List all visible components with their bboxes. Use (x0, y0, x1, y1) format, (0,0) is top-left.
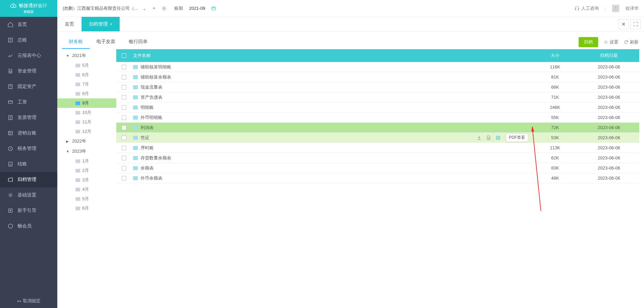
nav-item-6[interactable]: 发票管理 (0, 110, 57, 125)
select-all-checkbox[interactable] (122, 53, 126, 58)
table-row[interactable]: 资产负债表71K2023-06-06 (116, 92, 639, 102)
tree-month[interactable]: 6月 (57, 204, 116, 213)
month-label: 4月 (82, 186, 89, 192)
nav-item-3[interactable]: 资金管理 (0, 63, 57, 79)
nav-icon (7, 223, 13, 229)
settings-link[interactable]: 设置 (604, 39, 618, 45)
tree-month[interactable]: 11月 (57, 117, 116, 127)
table-row[interactable]: 利润表72K2023-06-06 (116, 123, 639, 133)
file-icon (133, 166, 138, 170)
calendar-icon[interactable] (211, 6, 216, 11)
tree-month[interactable]: 5月 (57, 61, 116, 70)
row-checkbox[interactable] (122, 156, 126, 160)
nav-item-7[interactable]: 进销台账 (0, 125, 57, 141)
tree-month[interactable]: 4月 (57, 185, 116, 194)
refresh-link[interactable]: 刷新 (624, 39, 639, 45)
tree-month[interactable]: 9月 (57, 98, 116, 108)
tree-month[interactable]: 12月 (57, 127, 116, 136)
tree-month[interactable]: 3月 (57, 175, 116, 185)
headset-icon (574, 6, 580, 11)
refresh-icon (624, 40, 628, 44)
tree-year[interactable]: ▼2023年 (57, 146, 116, 156)
nav-item-12[interactable]: 新手引导 (0, 203, 57, 218)
row-checkbox[interactable] (122, 65, 126, 69)
period-value[interactable]: 2021-09 (189, 6, 205, 11)
file-size: 246K (531, 105, 579, 110)
tab-archive-label: 归档管理 (89, 21, 108, 27)
tree-month[interactable]: 6月 (57, 70, 116, 80)
table-row[interactable]: 凭证53K2023-06-06PDF查看 (116, 133, 639, 143)
row-checkbox[interactable] (122, 115, 126, 120)
row-checkbox[interactable] (122, 75, 126, 80)
nav-item-4[interactable]: 固定资产 (0, 79, 57, 94)
row-checkbox[interactable] (122, 125, 126, 130)
row-checkbox[interactable] (122, 176, 126, 181)
row-checkbox[interactable] (122, 105, 126, 110)
nav-icon (7, 68, 13, 74)
tree-month[interactable]: 7月 (57, 80, 116, 89)
file-icon (133, 105, 138, 110)
tree-month[interactable]: 5月 (57, 194, 116, 204)
month-label: 2月 (82, 167, 89, 174)
tab-home-label: 首页 (65, 21, 74, 27)
avatar-icon[interactable] (612, 5, 619, 12)
month-label: 6月 (82, 205, 89, 211)
table-row[interactable]: 现金流量表66K2023-06-06 (116, 82, 639, 92)
col-header-size: 大小 (531, 53, 579, 59)
pdf-view-icon[interactable] (495, 135, 501, 141)
nav-item-2[interactable]: 云报表中心 (0, 48, 57, 63)
support-link[interactable]: 人工咨询 (574, 5, 599, 11)
nav-label: 畅会员 (18, 223, 32, 229)
download-icon[interactable] (476, 135, 482, 141)
row-checkbox[interactable] (122, 146, 126, 150)
nav-item-10[interactable]: 归档管理 (0, 172, 57, 187)
tree-year[interactable]: ▼2021年 (57, 51, 116, 61)
row-checkbox[interactable] (122, 166, 126, 171)
nav-item-5[interactable]: 工资 (0, 94, 57, 110)
subtab-bankreceipt[interactable]: 银行回单 (122, 35, 154, 49)
nav-item-9[interactable]: 结账 (0, 156, 57, 172)
tab-home[interactable]: 首页 (57, 17, 82, 31)
nav-item-1[interactable]: 总账 (0, 32, 57, 48)
nav-item-0[interactable]: 首页 (0, 17, 57, 32)
add-company-icon[interactable]: ＋ (151, 5, 157, 12)
table-row[interactable]: 辅助核算余额表81K2023-06-06 (116, 72, 639, 82)
tree-month[interactable]: 1月 (57, 156, 116, 166)
nav-item-13[interactable]: 畅会员 (0, 218, 57, 234)
svg-point-14 (497, 137, 499, 138)
tree-month[interactable]: 8月 (57, 89, 116, 98)
sidebar-unpin[interactable]: ↤ 取消固定 (0, 294, 57, 308)
tree-month[interactable]: 10月 (57, 108, 116, 117)
subtab-einvoice[interactable]: 电子发票 (90, 35, 122, 49)
nav-item-11[interactable]: 基础设置 (0, 187, 57, 203)
username[interactable]: 徐泽华 (625, 5, 639, 11)
tab-archive[interactable]: 归档管理 × (82, 17, 120, 31)
table-row[interactable]: 外币明细账55K2023-06-06 (116, 113, 639, 123)
nav-icon (7, 37, 13, 43)
fullscreen-button[interactable]: ⛶ (631, 19, 641, 29)
row-checkbox[interactable] (122, 135, 126, 140)
pdf-export-icon[interactable] (486, 135, 492, 141)
year-label: 2021年 (72, 53, 86, 59)
table-row[interactable]: 外币余额表48K2023-06-06 (116, 173, 639, 183)
chevron-down-icon[interactable]: ⌄ (143, 6, 147, 11)
nav-item-8[interactable]: 税务管理 (0, 141, 57, 156)
table-row[interactable]: 余额表83K2023-06-06 (116, 163, 639, 173)
table-row[interactable]: 序时账113K2023-06-06 (116, 143, 639, 153)
table-row[interactable]: 存货数量余额表62K2023-06-06 (116, 153, 639, 163)
archive-button[interactable]: 归档 (579, 37, 598, 47)
file-size: 66K (531, 85, 579, 90)
close-icon[interactable]: × (110, 22, 112, 27)
company-selector[interactable]: (勿删）江西服宝精品有限责任公司（... (63, 5, 138, 11)
nav-label: 结账 (18, 161, 27, 167)
tree-year[interactable]: ▶2022年 (57, 136, 116, 146)
row-checkbox[interactable] (122, 95, 126, 100)
nav-label: 工资 (18, 99, 27, 105)
row-checkbox[interactable] (122, 85, 126, 90)
subtab-finance[interactable]: 财务账 (62, 35, 90, 49)
close-all-tabs-button[interactable]: ✕ (618, 19, 628, 29)
table-row[interactable]: 辅助核算明细账116K2023-06-06 (116, 62, 639, 72)
table-row[interactable]: 明细账246K2023-06-06 (116, 102, 639, 113)
tree-month[interactable]: 2月 (57, 166, 116, 175)
company-settings-icon[interactable] (161, 6, 167, 11)
